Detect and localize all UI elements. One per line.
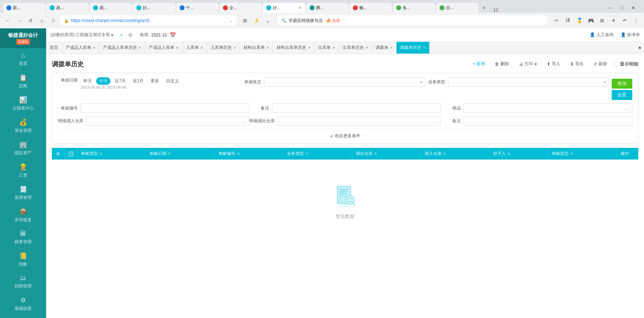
new-btn[interactable]: + 新增 — [469, 60, 489, 68]
extension-icon-1[interactable]: ⊞ — [240, 16, 250, 26]
filter-detail-remark-input[interactable] — [464, 116, 632, 125]
page-tab-8[interactable]: 出库单 ✕ — [315, 42, 339, 54]
display-toggle-checkbox[interactable] — [613, 62, 618, 67]
browser-tab-8[interactable]: 腾... — [306, 3, 349, 13]
page-tab-7-close[interactable]: ✕ — [308, 46, 311, 50]
page-tab-6-close[interactable]: ✕ — [266, 46, 269, 50]
browser-tab-1[interactable]: 新... — [3, 3, 45, 13]
browser-tab-5[interactable]: 个... — [176, 3, 219, 13]
sidebar-item-fund[interactable]: 💰 资金管理 — [0, 115, 46, 137]
reload-button[interactable]: ↺ — [26, 16, 36, 26]
date-btn-7days[interactable]: 近7天 — [112, 77, 129, 85]
sidebar-item-asset[interactable]: 🏢 固定资产 — [0, 137, 46, 160]
table-col-in-wh[interactable]: 调入仓库 ⇅ — [421, 148, 490, 160]
date-btn-today[interactable]: 今天 — [96, 77, 110, 85]
page-tab-11-close[interactable]: ✕ — [423, 46, 426, 50]
new-tab-button[interactable]: ＋ — [479, 3, 489, 13]
browser-tab-7[interactable]: 好... ✕ — [263, 3, 305, 13]
sidebar-item-report[interactable]: 📊 云报表中心 — [0, 93, 46, 115]
page-tab-4-close[interactable]: ✕ — [200, 46, 203, 50]
page-tab-2[interactable]: 产成品入库单历史 ✕ — [99, 42, 145, 54]
filter-status-select[interactable]: ▾ — [264, 77, 425, 87]
page-tab-3[interactable]: 产成品入库单 ✕ — [145, 42, 182, 54]
page-tab-10-close[interactable]: ✕ — [390, 46, 393, 50]
page-tab-9[interactable]: 出库单历史 ✕ — [339, 42, 372, 54]
filter-biztype-select[interactable]: ▾ — [448, 77, 609, 87]
export-btn[interactable]: ⬇ 导出 — [567, 60, 587, 68]
sidebar-item-settings[interactable]: ⚙ 基础设置 — [0, 293, 46, 315]
add-company-btn[interactable]: ＋ — [119, 32, 124, 38]
table-gear-th[interactable]: ⚙ — [52, 148, 65, 160]
filter-goods-select[interactable]: … — [464, 104, 632, 113]
company-selector[interactable]: (勿删勿禁用) 江西服宝测试专用 ▾ — [50, 32, 113, 38]
page-tab-9-close[interactable]: ✕ — [365, 46, 368, 50]
more-menu[interactable]: ⋮ — [631, 16, 641, 26]
delete-btn[interactable]: 🗑 删除 — [491, 60, 513, 68]
page-tab-1[interactable]: 产成品入库单 ✕ — [62, 42, 99, 54]
filter-detail-out-select[interactable]: … — [278, 116, 441, 125]
refresh-btn[interactable]: ↺ 刷新 — [590, 60, 611, 68]
print-btn[interactable]: 🖨 打印 ▾ — [515, 60, 540, 68]
search-button[interactable]: 查询 — [612, 79, 632, 89]
table-col-handler[interactable]: 经手人 ⇅ — [490, 148, 548, 160]
table-check-th[interactable] — [65, 148, 77, 160]
filter-detail-in-select[interactable]: … — [86, 116, 249, 125]
page-tab-4[interactable]: 入库单 ✕ — [182, 42, 207, 54]
back-button[interactable]: ← — [3, 16, 13, 26]
browser-tab-4[interactable]: 好... — [133, 3, 175, 13]
sidebar-item-closing[interactable]: 📒 结账 — [0, 249, 46, 271]
browser-tab-3[interactable]: 易... — [89, 3, 132, 13]
bookmark-button[interactable]: ☆ — [48, 16, 58, 26]
support-btn[interactable]: 👤 人工咨询 — [590, 32, 613, 38]
company-settings-btn[interactable]: ⚙ — [128, 32, 133, 38]
page-tab-7[interactable]: 材料出库单历史 ✕ — [273, 42, 315, 54]
date-btn-1month[interactable]: 近1月 — [130, 77, 147, 85]
browser-tab-2[interactable]: 易... — [46, 3, 89, 13]
translate-icon[interactable]: 译 — [563, 16, 573, 26]
table-col-type[interactable]: 单账类型 ⇅ — [77, 148, 146, 160]
browser-tab-9[interactable]: 畅... — [349, 3, 392, 13]
minimize-button[interactable]: ─ — [606, 3, 616, 13]
page-tab-5[interactable]: 入库单历史 ✕ — [207, 42, 240, 54]
history-icon[interactable]: ↶ — [620, 16, 630, 26]
table-col-date[interactable]: 单账日期 ⇅ — [146, 148, 215, 160]
address-bar[interactable]: 🔒 https://cloud.chanjet.com/accounting/u… — [60, 15, 237, 26]
tab-count-badge[interactable]: 12 — [491, 8, 501, 13]
theme-icon[interactable]: ☀ — [608, 16, 618, 26]
date-btn-yesterday[interactable]: 昨天 — [81, 77, 95, 85]
page-tab-8-close[interactable]: ✕ — [332, 46, 335, 50]
home-button[interactable]: ⌂ — [37, 16, 47, 26]
sidebar-item-archive[interactable]: 🗂 归档管理 — [0, 271, 46, 293]
page-tab-11[interactable]: 调拨单历史 ✕ — [397, 42, 430, 54]
table-col-biztype[interactable]: 业务类型 ⇅ — [283, 148, 352, 160]
page-tab-5-close[interactable]: ✕ — [233, 46, 236, 50]
collapse-btn[interactable]: ∧ 收起更多条件 — [58, 131, 632, 139]
import-btn[interactable]: ⬆ 导入 — [543, 60, 564, 68]
sidebar-item-inventory[interactable]: 📦 库存核算 — [0, 204, 46, 227]
date-btn-custom[interactable]: 自定义 — [163, 77, 182, 85]
setting-button[interactable]: 设置 — [612, 90, 632, 100]
game-icon[interactable]: 🎮 — [586, 16, 596, 26]
search-bar[interactable]: 🔍 学霸应聘场驱鸟员 🔥 热搜 — [277, 15, 547, 26]
address-dropdown[interactable]: ⌄ — [263, 16, 273, 26]
table-col-out-wh[interactable]: 调出仓库 ⇅ — [352, 148, 421, 160]
page-tab-home[interactable]: 首页 — [46, 42, 62, 54]
browser-tab-11[interactable]: 目... — [436, 3, 479, 13]
grid-icon[interactable]: ⊞ — [597, 16, 607, 26]
user-avatar[interactable]: 👤 徐泽华 — [621, 32, 640, 38]
page-tab-1-close[interactable]: ✕ — [93, 46, 95, 50]
scissors-icon[interactable]: ✂ — [552, 16, 562, 26]
filter-docno-input[interactable] — [81, 104, 249, 113]
table-col-no[interactable]: 单账编号 ⇅ — [214, 148, 283, 160]
calendar-icon[interactable]: 📅 — [170, 32, 176, 38]
page-tab-10[interactable]: 调拨单 ✕ — [372, 42, 397, 54]
sidebar-item-ledger[interactable]: 📋 总账 — [0, 70, 46, 93]
page-tab-3-close[interactable]: ✕ — [176, 46, 179, 50]
date-btn-more[interactable]: 更多 — [148, 77, 162, 85]
browser-tab-6[interactable]: 企... — [219, 3, 262, 13]
page-tab-6[interactable]: 材料出库单 ✕ — [240, 42, 273, 54]
filter-remark-input[interactable] — [272, 104, 441, 113]
sidebar-item-guide[interactable]: 📖 新手引导 — [0, 315, 46, 318]
browser-tab-10[interactable]: 各... — [393, 3, 435, 13]
forward-button[interactable]: → — [14, 16, 24, 26]
